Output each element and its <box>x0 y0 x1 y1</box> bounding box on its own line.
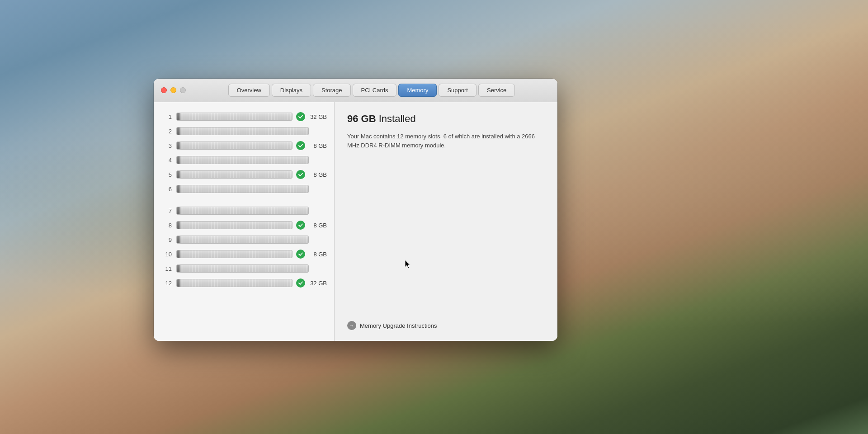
memory-total-label: 96 GB Installed <box>347 113 545 125</box>
slot-status-icon <box>296 170 305 179</box>
memory-slot-12: 12 32 GB <box>161 278 327 288</box>
slot-size-label: 8 GB <box>309 222 327 229</box>
memory-slots-panel: 1 32 GB23 8 GB45 8 GB678 8 GB910 8 GB111… <box>154 102 335 341</box>
memory-slot-8: 8 8 GB <box>161 220 327 231</box>
close-button[interactable] <box>161 87 167 93</box>
slot-bar <box>176 279 292 287</box>
tab-service[interactable]: Service <box>478 84 515 97</box>
slot-bar <box>176 250 292 258</box>
tab-pci-cards[interactable]: PCI Cards <box>353 84 397 97</box>
slot-bar <box>176 156 309 164</box>
slot-bar-lines <box>177 156 308 164</box>
slot-size-label: 32 GB <box>309 113 327 120</box>
memory-slot-5: 5 8 GB <box>161 169 327 180</box>
slot-bar <box>176 236 309 244</box>
slot-size-label: 32 GB <box>309 280 327 287</box>
slot-bar-lines <box>177 113 292 120</box>
tab-bar: OverviewDisplaysStoragePCI CardsMemorySu… <box>193 84 550 97</box>
slot-bar <box>176 113 292 121</box>
slot-number-label: 2 <box>161 128 172 135</box>
tab-displays[interactable]: Displays <box>272 84 311 97</box>
slot-number-label: 3 <box>161 142 172 149</box>
upgrade-link-icon <box>347 321 356 330</box>
tab-overview[interactable]: Overview <box>228 84 270 97</box>
slot-bar-lines <box>177 127 308 135</box>
slot-group-2: 78 8 GB910 8 GB1112 32 GB <box>161 205 327 288</box>
slot-number-label: 4 <box>161 157 172 164</box>
slot-number-label: 5 <box>161 171 172 178</box>
traffic-lights <box>161 87 186 93</box>
slot-bar <box>176 185 309 193</box>
slot-bar-lines <box>177 265 308 272</box>
slot-number-label: 9 <box>161 236 172 243</box>
slot-status-icon <box>296 278 305 288</box>
slot-bar-lines <box>177 279 292 287</box>
slot-group-1: 1 32 GB23 8 GB45 8 GB6 <box>161 111 327 194</box>
slot-number-label: 1 <box>161 113 172 120</box>
tab-storage[interactable]: Storage <box>313 84 351 97</box>
slot-status-icon <box>296 112 305 121</box>
slot-status-icon <box>296 250 305 259</box>
slot-bar <box>176 170 292 179</box>
memory-slot-11: 11 <box>161 263 327 274</box>
memory-slot-9: 9 <box>161 234 327 245</box>
slot-size-label: 8 GB <box>309 142 327 149</box>
slot-number-label: 10 <box>161 251 172 258</box>
slot-bar-lines <box>177 236 308 243</box>
memory-info-panel: 96 GB Installed Your Mac contains 12 mem… <box>335 102 557 341</box>
memory-slot-7: 7 <box>161 205 327 216</box>
slot-size-label: 8 GB <box>309 251 327 258</box>
slot-bar <box>176 221 292 229</box>
memory-slot-2: 2 <box>161 126 327 137</box>
memory-slot-3: 3 8 GB <box>161 140 327 151</box>
slot-bar <box>176 264 309 273</box>
slot-bar <box>176 142 292 150</box>
slot-number-label: 11 <box>161 265 172 272</box>
memory-slot-6: 6 <box>161 184 327 194</box>
tab-memory[interactable]: Memory <box>398 84 437 97</box>
memory-slot-10: 10 8 GB <box>161 249 327 259</box>
window-content: 1 32 GB23 8 GB45 8 GB678 8 GB910 8 GB111… <box>154 102 557 341</box>
slot-number-label: 8 <box>161 222 172 229</box>
slot-status-icon <box>296 141 305 150</box>
slot-bar <box>176 127 309 135</box>
slot-bar-lines <box>177 250 292 258</box>
slot-bar-lines <box>177 142 292 149</box>
memory-total-suffix: Installed <box>376 113 416 124</box>
tab-support[interactable]: Support <box>439 84 476 97</box>
slot-number-label: 12 <box>161 280 172 287</box>
memory-total-amount: 96 GB <box>347 113 376 124</box>
memory-description: Your Mac contains 12 memory slots, 6 of … <box>347 132 545 150</box>
minimize-button[interactable] <box>170 87 176 93</box>
slot-bar-lines <box>177 171 292 178</box>
slot-number-label: 7 <box>161 208 172 214</box>
system-info-window: OverviewDisplaysStoragePCI CardsMemorySu… <box>154 79 557 341</box>
slot-bar-lines <box>177 185 308 193</box>
maximize-button[interactable] <box>180 87 186 93</box>
slot-bar <box>176 207 309 215</box>
memory-slot-1: 1 32 GB <box>161 111 327 122</box>
slot-number-label: 6 <box>161 186 172 193</box>
memory-slot-4: 4 <box>161 155 327 165</box>
memory-upgrade-link[interactable]: Memory Upgrade Instructions <box>347 314 545 330</box>
slot-bar-lines <box>177 222 292 229</box>
slot-bar-lines <box>177 207 308 214</box>
slot-size-label: 8 GB <box>309 171 327 178</box>
upgrade-link-label: Memory Upgrade Instructions <box>360 322 437 329</box>
title-bar: OverviewDisplaysStoragePCI CardsMemorySu… <box>154 79 557 102</box>
slot-status-icon <box>296 221 305 230</box>
